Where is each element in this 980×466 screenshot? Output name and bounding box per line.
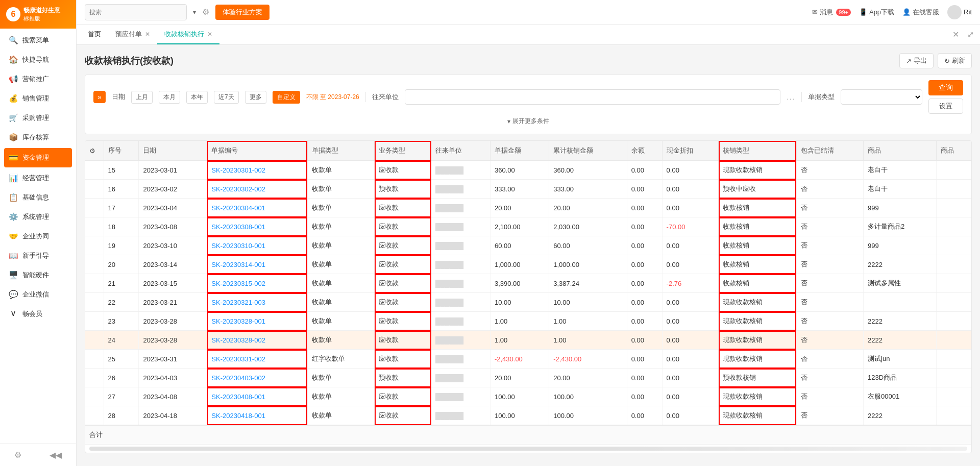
table-cell: 1.00 [490, 331, 549, 350]
voucher-link[interactable]: SK-20230418-001 [211, 412, 265, 420]
tab-prepay-close-icon[interactable]: ✕ [145, 31, 150, 38]
filter-partner-input[interactable] [405, 89, 780, 105]
table-cell: 360.00 [490, 161, 549, 180]
sidebar-item-finance[interactable]: 💳 资金管理 [4, 148, 72, 167]
voucher-link[interactable]: SK-20230314-001 [211, 261, 265, 268]
tab-collection-close-icon[interactable]: ✕ [207, 31, 212, 38]
filter-more-btn[interactable]: 更多 [245, 91, 266, 104]
table-cell: ██████ [431, 406, 491, 426]
export-btn[interactable]: ↗ 导出 [899, 53, 934, 68]
sidebar-item-search[interactable]: 🔍 搜索菜单 [0, 31, 76, 50]
filter-this-month-btn[interactable]: 本月 [159, 91, 180, 104]
table-cell[interactable]: 2023-04-08 [139, 387, 207, 406]
table-cell: ██████ [431, 387, 491, 406]
table-cell[interactable]: 2023-03-15 [139, 274, 207, 293]
filter-expand-btn[interactable]: » [93, 91, 106, 103]
sidebar-item-wechat[interactable]: 💬 企业微信 [0, 285, 76, 304]
voucher-link[interactable]: SK-20230308-001 [211, 223, 265, 231]
tab-maximize-icon[interactable]: ⤢ [965, 28, 976, 41]
expand-more-row[interactable]: ▾ 展开更多条件 [93, 114, 963, 129]
sidebar-item-marketing[interactable]: 📢 营销推广 [0, 69, 76, 89]
voucher-link[interactable]: SK-20230301-002 [211, 166, 265, 174]
horizontal-scrollbar[interactable] [89, 447, 967, 451]
voucher-link[interactable]: SK-20230302-002 [211, 185, 265, 193]
table-cell[interactable]: 2023-03-28 [139, 331, 207, 350]
tab-prepay[interactable]: 预应付单 ✕ [108, 24, 157, 44]
table-cell [85, 312, 104, 331]
table-cell[interactable]: 2023-03-14 [139, 255, 207, 274]
sidebar-item-sales[interactable]: 💰 销售管理 [0, 89, 76, 108]
table-cell: 测试多属性 [864, 274, 937, 293]
filter-this-year-btn[interactable]: 本年 [186, 91, 208, 104]
table-cell: ██████ [431, 350, 491, 369]
voucher-link[interactable]: SK-20230331-002 [211, 355, 265, 363]
messages-btn[interactable]: ✉ 消息 99+ [812, 8, 851, 17]
tab-close-window-icon[interactable]: ✕ [950, 28, 961, 41]
table-cell[interactable]: 2023-03-02 [139, 180, 207, 199]
th-settings[interactable]: ⚙ [85, 141, 104, 161]
table-row: 192023-03-10SK-20230310-001收款单应收款██████6… [85, 236, 971, 255]
sidebar-item-guide[interactable]: 📖 新手引导 [0, 246, 76, 265]
table-cell: 衣服00001 [864, 387, 937, 406]
table-cell[interactable]: 2023-03-10 [139, 236, 207, 255]
partner-masked: ██████ [435, 280, 463, 287]
refresh-btn[interactable]: ↻ 刷新 [938, 53, 972, 68]
filter-setting-btn[interactable]: 设置 [928, 99, 963, 114]
tab-collection[interactable]: 收款核销执行 ✕ [157, 24, 219, 44]
table-cell: 应收款 [375, 331, 431, 350]
table-cell[interactable]: 2023-03-01 [139, 161, 207, 180]
table-cell: ██████ [431, 180, 491, 199]
settings-bottom-btn[interactable]: ⚙ [10, 448, 26, 462]
topbar-right: ✉ 消息 99+ 📱 App下载 👤 在线客服 Rit [812, 5, 972, 19]
table-cell[interactable]: 2023-04-18 [139, 406, 207, 426]
filter-voucher-type-select[interactable] [841, 89, 922, 105]
table-cell[interactable]: 2023-03-08 [139, 217, 207, 236]
app-download-btn[interactable]: 📱 App下载 [859, 8, 894, 17]
sidebar-item-quick[interactable]: 🏠 快捷导航 [0, 50, 76, 69]
user-avatar[interactable]: Rit [947, 5, 972, 19]
topbar-gear-icon[interactable]: ⚙ [202, 7, 209, 17]
table-cell: 28 [104, 406, 139, 426]
voucher-link[interactable]: SK-20230403-002 [211, 374, 265, 382]
table-cell [937, 161, 971, 180]
voucher-link[interactable]: SK-20230328-002 [211, 336, 265, 344]
online-service-btn[interactable]: 👤 在线客服 [902, 8, 939, 17]
table-cell: 10.00 [490, 293, 549, 312]
filter-7days-btn[interactable]: 近7天 [214, 91, 239, 104]
wechat-icon: 💬 [8, 290, 18, 299]
sidebar-item-basic[interactable]: 📋 基础信息 [0, 188, 76, 207]
voucher-link[interactable]: SK-20230408-001 [211, 393, 265, 401]
filter-custom-btn[interactable]: 自定义 [273, 91, 300, 104]
table-cell[interactable]: 2023-03-31 [139, 350, 207, 369]
voucher-link[interactable]: SK-20230315-002 [211, 280, 265, 287]
collapse-btn[interactable]: ◀◀ [45, 448, 66, 462]
table-cell: 0.00 [662, 350, 719, 369]
table-cell[interactable]: 2023-03-21 [139, 293, 207, 312]
data-table: ⚙ 序号 日期 单据编号 单据类型 业务类型 往来单位 单据金额 累计核销金额 … [85, 141, 971, 445]
sidebar-item-label: 智能硬件 [22, 271, 49, 280]
sidebar-item-collab[interactable]: 🤝 企业协同 [0, 227, 76, 246]
topbar-search-input[interactable] [85, 4, 187, 20]
table-cell[interactable]: 2023-03-04 [139, 199, 207, 217]
table-cell[interactable]: 2023-03-28 [139, 312, 207, 331]
sidebar-item-operation[interactable]: 📊 经营管理 [0, 168, 76, 188]
table-cell: 否 [796, 217, 864, 236]
table-cell [85, 236, 104, 255]
table-cell: SK-20230321-003 [207, 293, 308, 312]
sidebar-item-system[interactable]: ⚙️ 系统管理 [0, 207, 76, 227]
topbar-dropdown[interactable]: ▾ [193, 9, 196, 16]
sidebar-item-inventory[interactable]: 📦 库存核算 [0, 128, 76, 147]
voucher-link[interactable]: SK-20230310-001 [211, 242, 265, 250]
tab-home[interactable]: 首页 [81, 24, 108, 44]
voucher-link[interactable]: SK-20230304-001 [211, 204, 265, 212]
sidebar-item-member[interactable]: V 畅会员 [0, 304, 76, 324]
filter-query-btn[interactable]: 查询 [928, 80, 963, 95]
table-cell: 17 [104, 199, 139, 217]
sidebar-item-purchase[interactable]: 🛒 采购管理 [0, 108, 76, 128]
table-cell[interactable]: 2023-04-03 [139, 369, 207, 387]
industry-solution-btn[interactable]: 体验行业方案 [215, 5, 270, 20]
sidebar-item-hardware[interactable]: 🖥️ 智能硬件 [0, 265, 76, 285]
voucher-link[interactable]: SK-20230321-003 [211, 299, 265, 306]
voucher-link[interactable]: SK-20230328-001 [211, 317, 265, 325]
filter-last-month-btn[interactable]: 上月 [131, 91, 153, 104]
